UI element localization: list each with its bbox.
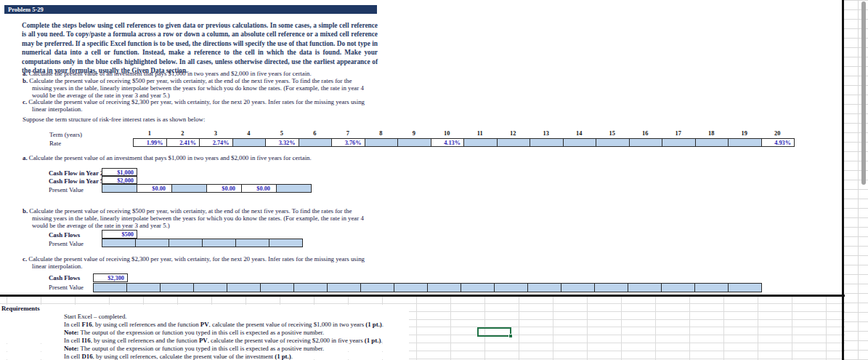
section-c-pv-cell-3[interactable] — [160, 283, 194, 292]
term-year-11: 11 — [463, 130, 497, 137]
section-c-pv-cell-15[interactable] — [561, 283, 595, 292]
rate-cell-year-16[interactable] — [629, 138, 663, 147]
rate-cell-year-12[interactable] — [497, 138, 531, 147]
section-c-pv-cell-4[interactable] — [193, 283, 227, 292]
rate-cell-year-15[interactable] — [596, 138, 630, 147]
rate-cell-year-14[interactable] — [563, 138, 597, 147]
rate-cell-year-18[interactable] — [695, 138, 729, 147]
rate-cell-year-20: 4.93% — [761, 138, 795, 147]
requirement-text-2-segment: . — [382, 321, 384, 328]
section-c-pv-cell-2[interactable] — [126, 283, 161, 292]
section-c-pv-cell-8[interactable] — [327, 283, 361, 292]
section-c-heading-label: c. — [23, 255, 27, 263]
section-c-pv-cell-5[interactable] — [227, 283, 261, 292]
requirement-text-4-segment: In cell — [64, 353, 81, 360]
requirement-text-4-segment: (1 pt.) — [275, 353, 291, 360]
task-a-text: Calculate the present value of an invest… — [29, 70, 312, 77]
section-b-pv-cell-6[interactable] — [269, 239, 303, 247]
requirement-text-3-segment: . — [381, 337, 382, 344]
section-b-pv-cell-2[interactable] — [135, 239, 169, 247]
section-c-pv-cell-19[interactable] — [694, 283, 729, 292]
rate-cell-year-5: 3.32% — [265, 138, 299, 147]
term-year-12: 12 — [497, 130, 530, 137]
requirement-text-4: In cell D16, by using cell references, c… — [64, 353, 514, 360]
problem-title: Problem 5-29 — [8, 6, 44, 13]
rate-cell-year-9[interactable] — [397, 138, 431, 147]
requirements-header-row-bg — [0, 305, 409, 312]
right-strip-gridline — [858, 0, 859, 360]
section-a-pv-cell-6[interactable] — [276, 184, 312, 193]
rate-cell-year-4[interactable] — [232, 138, 267, 147]
section-a-pv-cell-1[interactable] — [102, 184, 137, 193]
rate-cell-year-17[interactable] — [662, 138, 696, 147]
term-year-2: 2 — [166, 130, 200, 137]
rate-cell-year-6[interactable] — [299, 138, 333, 147]
rate-cell-year-11[interactable] — [463, 138, 498, 147]
term-structure-intro: Suppose the term structure of risk-free … — [23, 116, 205, 123]
rate-cell-year-1: 1.99% — [133, 138, 167, 147]
section-c-pv-cell-16[interactable] — [594, 283, 628, 292]
term-year-16: 16 — [629, 130, 662, 137]
task-a-label: a. — [23, 70, 28, 77]
requirement-text-3-segment: In cell — [64, 337, 81, 344]
task-a: a. Calculate the present value of an inv… — [23, 70, 373, 77]
section-a-heading: a. Calculate the present value of an inv… — [23, 154, 373, 161]
section-c-pv-cell-20[interactable] — [728, 283, 762, 292]
section-a-pv-cell-3[interactable] — [171, 184, 207, 193]
selection-fill-handle[interactable] — [508, 334, 513, 338]
section-c-pv-cell-10[interactable] — [394, 283, 428, 292]
section-c-pv-label: Present Value — [49, 284, 84, 291]
section-c-heading-text: Calculate the present value of receiving… — [28, 255, 365, 270]
term-year-19: 19 — [728, 130, 761, 137]
section-a-heading-label: a. — [23, 154, 28, 161]
rate-cell-year-8[interactable] — [365, 138, 399, 147]
section-c-pv-cell-7[interactable] — [293, 283, 328, 292]
task-c-label: c. — [23, 98, 27, 105]
requirement-text-1-segment: Start Excel – completed. — [64, 313, 126, 320]
term-year-20: 20 — [761, 130, 795, 137]
section-a-heading-text: Calculate the present value of an invest… — [29, 154, 312, 161]
section-c-pv-cell-9[interactable] — [360, 283, 394, 292]
section-c-pv-cell-14[interactable] — [527, 283, 561, 292]
term-year-5: 5 — [265, 130, 299, 137]
requirement-text-3-segment: I16 — [81, 337, 90, 344]
term-year-1: 1 — [133, 130, 166, 137]
rate-cell-year-3: 2.74% — [199, 138, 233, 147]
task-c-text: Calculate the present value of receiving… — [28, 98, 365, 113]
section-b-pv-cell-4[interactable] — [202, 239, 236, 247]
requirement-text-2-segment: (1 pt.) — [365, 321, 381, 328]
rate-cell-year-19[interactable] — [728, 138, 762, 147]
cash-flow-year5-cell: $2,000 — [102, 176, 137, 185]
section-b-pv-cell-5[interactable] — [235, 239, 269, 247]
rate-cell-year-7: 3.76% — [331, 138, 365, 147]
term-year-8: 8 — [365, 130, 398, 137]
requirements-header: Requirements — [1, 305, 40, 312]
section-c-cash-label: Cash Flows — [49, 274, 80, 281]
section-a-pv-cell-5: $0.00 — [241, 184, 277, 193]
section-b-pv-cell-1[interactable] — [102, 239, 136, 247]
task-c: c. Calculate the present value of receiv… — [23, 98, 373, 113]
section-c-pv-cell-17[interactable] — [628, 283, 662, 292]
section-c-pv-cell-1[interactable] — [93, 283, 127, 292]
rate-cell-year-13[interactable] — [530, 138, 564, 147]
section-c-pv-cell-12[interactable] — [461, 283, 495, 292]
term-year-13: 13 — [530, 130, 563, 137]
task-b: b. Calculate the present value of receiv… — [23, 77, 373, 99]
requirement-note-3-segment: Note: — [64, 345, 79, 352]
section-b-heading: b. Calculate the present value of receiv… — [23, 207, 373, 229]
selected-cell-outline[interactable] — [477, 327, 511, 337]
section-c-heading: c. Calculate the present value of receiv… — [23, 255, 373, 270]
requirement-text-4-segment: , by using cell references, calculate th… — [93, 353, 275, 360]
section-c-cash-cell: $2,300 — [93, 273, 128, 282]
cash-flow-year2-label: Cash Flow in Year 2 — [49, 169, 103, 177]
term-year-7: 7 — [331, 130, 365, 137]
section-b-pv-cell-3[interactable] — [169, 239, 203, 247]
section-c-pv-cell-6[interactable] — [260, 283, 294, 292]
section-a-pv-cell-2: $0.00 — [137, 184, 172, 193]
vertical-scrollbar-thumb[interactable] — [861, 1, 866, 185]
section-c-pv-cell-13[interactable] — [494, 283, 528, 292]
term-year-9: 9 — [397, 130, 431, 137]
section-c-pv-cell-11[interactable] — [427, 283, 461, 292]
section-c-pv-cell-18[interactable] — [661, 283, 695, 292]
requirement-text-4-segment: D16 — [81, 353, 92, 360]
